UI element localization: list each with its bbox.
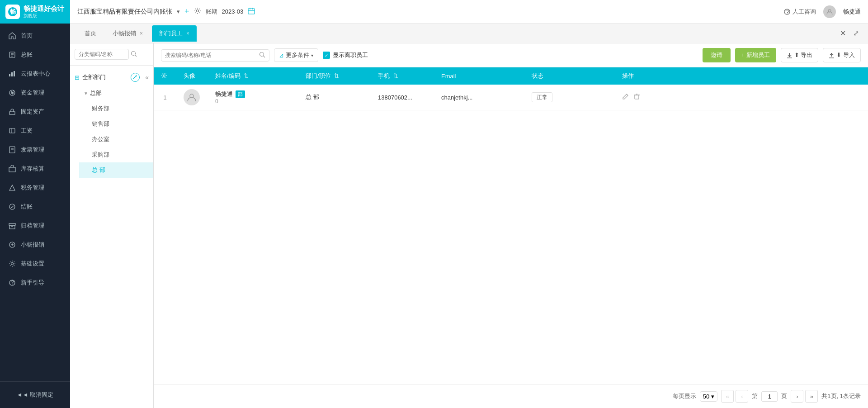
- sidebar-item-ledger[interactable]: 总账: [0, 45, 70, 64]
- tab-expand-button[interactable]: ⤢: [851, 27, 861, 39]
- salary-icon: [8, 127, 16, 135]
- add-employee-button[interactable]: + 新增员工: [735, 48, 776, 62]
- page-size-select[interactable]: 50 ▾: [700, 391, 717, 402]
- sidebar-item-xiaochang[interactable]: 小畅报销: [0, 235, 70, 254]
- dept-expand-icon: ▼: [84, 91, 88, 96]
- sidebar-bottom: ◄◄ 取消固定: [0, 381, 70, 408]
- svg-rect-8: [14, 71, 15, 76]
- sidebar-item-inventory[interactable]: 库存核算: [0, 159, 70, 178]
- settings-icon[interactable]: [194, 7, 201, 16]
- sidebar-item-tax[interactable]: 税务管理: [0, 178, 70, 197]
- toolbar-right: 邀请 + 新增员工 ⬆ 导出 ⬇ 导入: [703, 48, 861, 62]
- col-name[interactable]: 姓名/编码 ⇅: [208, 67, 298, 85]
- sidebar-item-basic-label: 基础设置: [21, 260, 44, 268]
- tab-home[interactable]: 首页: [77, 25, 104, 42]
- dept-node-xiaoshoubu[interactable]: 销售部: [79, 116, 153, 132]
- employee-search-input[interactable]: [165, 52, 256, 58]
- dept-node-bangongshi[interactable]: 办公室: [79, 132, 153, 147]
- period-value[interactable]: 2023-03: [222, 8, 244, 15]
- import-button[interactable]: ⬇ 导入: [823, 48, 861, 62]
- dept-node-caigoubu[interactable]: 采购部: [79, 147, 153, 162]
- sidebar-item-salary[interactable]: 工资: [0, 121, 70, 140]
- show-resigned-label: 显示离职员工: [333, 51, 368, 59]
- sidebar-item-funds[interactable]: ¥ 资金管理: [0, 83, 70, 102]
- show-resigned-checkbox[interactable]: ✓: [323, 52, 330, 59]
- top-header: 江西服宝精品有限责任公司内账张 ▾ + 账期 2023-03 人工咨询 畅捷通: [70, 0, 868, 24]
- sidebar-item-home[interactable]: 首页: [0, 26, 70, 45]
- dept-node-caiwubu[interactable]: 财务部: [79, 101, 153, 116]
- svg-text:?: ?: [10, 279, 14, 286]
- col-phone[interactable]: 手机 ⇅: [371, 67, 434, 85]
- svg-text:¥: ¥: [10, 89, 14, 96]
- cancel-fixed-button[interactable]: ◄◄ 取消固定: [0, 387, 70, 403]
- invoice-icon: [8, 146, 16, 154]
- username[interactable]: 畅捷通: [843, 8, 861, 16]
- tab-dept-staff-close[interactable]: ×: [186, 30, 189, 37]
- sidebar-item-basic[interactable]: 基础设置: [0, 254, 70, 273]
- sidebar-item-assets[interactable]: 固定资产: [0, 102, 70, 121]
- col-settings[interactable]: [154, 67, 176, 85]
- col-actions: 操作: [615, 67, 868, 85]
- service-button[interactable]: 人工咨询: [783, 8, 816, 16]
- employee-search-icon[interactable]: [259, 52, 265, 59]
- dept-edit-button[interactable]: [131, 73, 140, 82]
- filter-icon: ⊿: [279, 52, 284, 59]
- invite-button[interactable]: 邀请: [703, 48, 731, 62]
- svg-point-38: [260, 52, 264, 56]
- dept-node-zongbu-active[interactable]: 总 部: [79, 162, 153, 178]
- svg-point-34: [787, 13, 787, 14]
- add-company-button[interactable]: +: [184, 7, 189, 16]
- tab-xiaochang[interactable]: 小畅报销 ×: [105, 25, 150, 42]
- col-status: 状态: [524, 67, 615, 85]
- sidebar-item-inventory-label: 库存核算: [21, 165, 44, 173]
- employee-table: 头像 姓名/编码 ⇅ 部门/职位 ⇅ 手机 ⇅: [154, 67, 868, 384]
- employees-table: 头像 姓名/编码 ⇅ 部门/职位 ⇅ 手机 ⇅: [154, 67, 868, 110]
- svg-rect-29: [248, 9, 255, 14]
- tab-close-button[interactable]: ✕: [838, 27, 848, 39]
- edit-button[interactable]: [622, 93, 629, 101]
- col-dept[interactable]: 部门/职位 ⇅: [298, 67, 371, 85]
- prev-page-button[interactable]: ‹: [736, 390, 748, 403]
- svg-line-39: [264, 56, 265, 57]
- page-word: 第: [752, 392, 758, 400]
- employee-code: 0: [215, 98, 291, 104]
- page-suffix: 页: [781, 392, 787, 400]
- employee-toolbar: ⊿ 更多条件 ▾ ✓ 显示离职员工 邀请 + 新增员工 ⬆ 导出: [154, 43, 868, 67]
- page-input[interactable]: [761, 391, 778, 402]
- sidebar-item-home-label: 首页: [21, 32, 33, 40]
- tab-dept-staff[interactable]: 部门员工 ×: [152, 25, 197, 42]
- filter-button[interactable]: ⊿ 更多条件 ▾: [274, 48, 318, 62]
- calendar-icon[interactable]: [248, 7, 255, 16]
- tab-xiaochang-close[interactable]: ×: [140, 30, 143, 37]
- sidebar-item-reports[interactable]: 云报表中心: [0, 64, 70, 83]
- all-dept-header[interactable]: ⊞ 全部部门 «: [70, 69, 153, 85]
- period-label: 账期: [206, 8, 217, 16]
- next-page-button[interactable]: ›: [791, 390, 803, 403]
- ledger-icon: [8, 51, 16, 59]
- show-resigned-toggle[interactable]: ✓ 显示离职员工: [323, 51, 368, 59]
- row-dept: 总 部: [298, 85, 371, 110]
- dept-collapse-icon[interactable]: «: [145, 74, 149, 81]
- dept-node-zongbu[interactable]: ▼ 总部: [79, 85, 153, 101]
- guide-icon: ?: [8, 279, 16, 287]
- last-page-button[interactable]: »: [805, 390, 818, 403]
- reports-icon: [8, 70, 16, 78]
- sidebar-nav: 首页 总账 云报表中心 ¥ 资金管理 固定资产: [0, 24, 70, 381]
- dept-search-input[interactable]: [75, 49, 129, 60]
- svg-rect-11: [9, 112, 15, 114]
- user-avatar: [823, 5, 836, 18]
- assets-icon: [8, 108, 16, 116]
- tab-dept-staff-label: 部门员工: [159, 29, 183, 38]
- sidebar-item-invoice[interactable]: 发票管理: [0, 140, 70, 159]
- svg-point-28: [196, 10, 198, 12]
- sidebar-item-xiaochang-label: 小畅报销: [21, 241, 44, 249]
- sidebar-item-guide[interactable]: ? 新手引导: [0, 273, 70, 292]
- sidebar-item-checkout[interactable]: 结账: [0, 197, 70, 216]
- first-page-button[interactable]: «: [721, 390, 734, 403]
- dept-search-icon[interactable]: [131, 51, 137, 58]
- company-dropdown-icon[interactable]: ▾: [177, 8, 180, 15]
- export-button[interactable]: ⬆ 导出: [781, 48, 819, 62]
- header-right: 人工咨询 畅捷通: [783, 5, 861, 18]
- delete-button[interactable]: [633, 93, 640, 101]
- sidebar-item-archive[interactable]: 归档管理: [0, 216, 70, 235]
